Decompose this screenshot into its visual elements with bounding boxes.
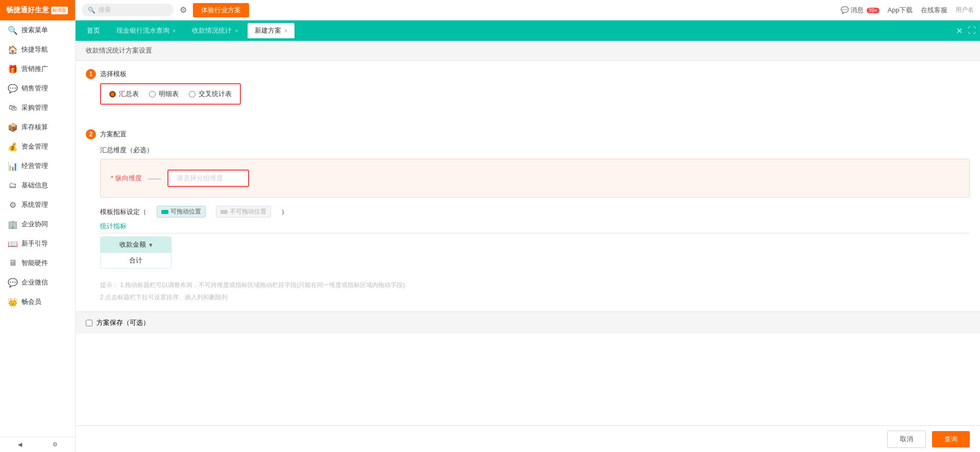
nav-tabs: 首页 现金银行流水查询 × 收款情况统计 × 新建方案 × ✕ ⛶: [76, 20, 980, 41]
notification-badge: 99+: [867, 8, 879, 13]
sidebar-item-label: 系统管理: [21, 200, 48, 209]
sidebar-item-label: 企业协同: [21, 220, 48, 229]
sidebar-expand-btn[interactable]: ◀: [4, 441, 36, 448]
radio-cross-input[interactable]: [189, 91, 195, 98]
dimension-row-label: * 纵向维度: [111, 174, 142, 183]
funds-icon: 💰: [8, 142, 17, 151]
tab-cash-flow[interactable]: 现金银行流水查询 ×: [109, 23, 183, 38]
sidebar-logo: 畅捷通好生意 标准版: [0, 0, 75, 20]
radio-detail-input[interactable]: [149, 91, 156, 98]
radio-summary-label: 汇总表: [119, 89, 139, 99]
tab-home-label: 首页: [87, 26, 100, 35]
dimension-arrow-icon: ——: [148, 175, 161, 182]
app-download-link[interactable]: App下载: [888, 6, 913, 15]
sidebar-item-basic-info[interactable]: 🗂 基础信息: [0, 176, 75, 195]
search-placeholder-text: 搜索: [99, 6, 111, 14]
tab-receipt-stats-label: 收款情况统计: [192, 26, 232, 35]
main-area: 🔍 搜索 ⚙ 体验行业方案 💬 消息 99+ App下载 在线客服 用户名 首页…: [76, 0, 980, 452]
basic-info-icon: 🗂: [8, 181, 17, 190]
save-checkbox[interactable]: [86, 320, 92, 326]
sidebar-item-guide[interactable]: 📖 新手引导: [0, 234, 75, 253]
enterprise-icon: 🏢: [8, 220, 17, 229]
step2-badge: 2: [86, 129, 96, 139]
dimension-area: * 纵向维度 —— 请选择分组维度: [100, 159, 970, 198]
step1-section: 1 选择模板 汇总表 明细表 交叉统计表: [76, 61, 980, 113]
sidebar-item-label: 搜索菜单: [21, 26, 48, 35]
step2-row: 2 方案配置: [86, 129, 970, 139]
sidebar-item-inventory[interactable]: 📦 库存核算: [0, 117, 75, 137]
system-icon: ⚙: [8, 200, 17, 209]
breadcrumb: 收款情况统计方案设置: [76, 41, 980, 61]
sidebar-item-label: 销售管理: [21, 84, 48, 93]
stats-table-header[interactable]: 收款金额 ▾: [101, 237, 171, 252]
non-draggable-label: 不可拖动位置: [230, 207, 266, 216]
stats-dropdown-icon[interactable]: ▾: [149, 241, 153, 249]
tab-new-plan-close[interactable]: ×: [284, 28, 287, 34]
stats-header-text: 收款金额: [119, 240, 146, 249]
radio-cross[interactable]: 交叉统计表: [189, 89, 232, 99]
sidebar-item-sales[interactable]: 💬 销售管理: [0, 79, 75, 98]
metrics-section: 模板指标设定（ 可拖动位置 不可拖动位置 ） 统计指标 收款金额: [100, 206, 970, 269]
footer: 取消 查询: [76, 425, 980, 452]
maximize-window-icon[interactable]: ⛶: [968, 26, 976, 35]
gear-icon[interactable]: ⚙: [180, 5, 187, 15]
topbar-search-box[interactable]: 🔍 搜索: [82, 4, 174, 16]
sidebar-settings-btn[interactable]: ⚙: [40, 441, 71, 448]
sidebar-item-label: 新手引导: [21, 239, 48, 248]
sidebar-item-marketing[interactable]: 🎁 营销推广: [0, 59, 75, 79]
metrics-header: 模板指标设定（ 可拖动位置 不可拖动位置 ）: [100, 206, 970, 218]
search-menu-icon: 🔍: [8, 26, 17, 35]
step2-label: 方案配置: [100, 130, 127, 139]
draggable-tag: 可拖动位置: [157, 206, 206, 218]
radio-cross-label: 交叉统计表: [199, 89, 232, 99]
step1-label: 选择模板: [100, 69, 127, 79]
marketing-icon: 🎁: [8, 64, 17, 74]
purchase-icon: 🛍: [8, 103, 17, 112]
sidebar-item-label: 经营管理: [21, 161, 48, 171]
sidebar-item-quick-nav[interactable]: 🏠 快捷导航: [0, 40, 75, 59]
query-button[interactable]: 查询: [932, 431, 970, 447]
non-draggable-tag: 不可拖动位置: [216, 206, 271, 218]
sidebar-item-label: 采购管理: [21, 103, 48, 112]
breadcrumb-text: 收款情况统计方案设置: [86, 46, 152, 54]
cancel-button[interactable]: 取消: [887, 431, 926, 448]
sidebar-item-funds[interactable]: 💰 资金管理: [0, 137, 75, 156]
stats-table: 收款金额 ▾ 合计: [100, 236, 172, 269]
sidebar-item-wechat[interactable]: 💬 企业微信: [0, 273, 75, 292]
tip-1: 提示： 1.拖动标题栏可以调整布局，不可跨维度或指标区域拖动栏目字段(只能在同一…: [100, 279, 970, 291]
radio-detail[interactable]: 明细表: [149, 89, 179, 99]
sidebar-item-operation[interactable]: 📊 经营管理: [0, 156, 75, 176]
sidebar-item-system[interactable]: ⚙ 系统管理: [0, 195, 75, 215]
tips-section: 提示： 1.拖动标题栏可以调整布局，不可跨维度或指标区域拖动栏目字段(只能在同一…: [100, 279, 970, 303]
sidebar: 畅捷通好生意 标准版 🔍 搜索菜单 🏠 快捷导航 🎁 营销推广 💬 销售管理 🛍…: [0, 0, 76, 452]
tab-home[interactable]: 首页: [80, 23, 107, 38]
inventory-icon: 📦: [8, 123, 17, 132]
radio-summary[interactable]: 汇总表: [109, 89, 139, 99]
tab-receipt-stats-close[interactable]: ×: [235, 28, 238, 34]
tab-new-plan-label: 新建方案: [255, 26, 281, 35]
member-icon: 👑: [8, 297, 17, 306]
sidebar-item-label: 畅会员: [21, 297, 41, 306]
stats-label: 统计指标: [100, 222, 970, 233]
topbar-right: 💬 消息 99+ App下载 在线客服 用户名: [841, 6, 974, 15]
tab-cash-flow-close[interactable]: ×: [173, 28, 176, 34]
sidebar-item-member[interactable]: 👑 畅会员: [0, 292, 75, 312]
sidebar-item-enterprise[interactable]: 🏢 企业协同: [0, 215, 75, 234]
trial-btn[interactable]: 体验行业方案: [193, 3, 249, 17]
radio-detail-label: 明细表: [159, 89, 179, 99]
radio-summary-input[interactable]: [109, 91, 116, 98]
online-service-link[interactable]: 在线客服: [921, 6, 947, 15]
notification-area[interactable]: 💬 消息 99+: [841, 6, 879, 15]
sidebar-item-purchase[interactable]: 🛍 采购管理: [0, 98, 75, 117]
dimension-select[interactable]: 请选择分组维度: [167, 170, 249, 187]
step1-badge: 1: [86, 69, 96, 79]
sidebar-item-search-menu[interactable]: 🔍 搜索菜单: [0, 20, 75, 40]
tab-receipt-stats[interactable]: 收款情况统计 ×: [185, 23, 245, 38]
sidebar-item-label: 快捷导航: [21, 45, 48, 54]
close-window-icon[interactable]: ✕: [956, 26, 963, 36]
tab-new-plan[interactable]: 新建方案 ×: [248, 23, 295, 38]
operation-icon: 📊: [8, 161, 17, 171]
sidebar-item-label: 企业微信: [21, 278, 48, 287]
quick-nav-icon: 🏠: [8, 45, 17, 54]
sidebar-item-smart-hw[interactable]: 🖥 智能硬件: [0, 253, 75, 273]
